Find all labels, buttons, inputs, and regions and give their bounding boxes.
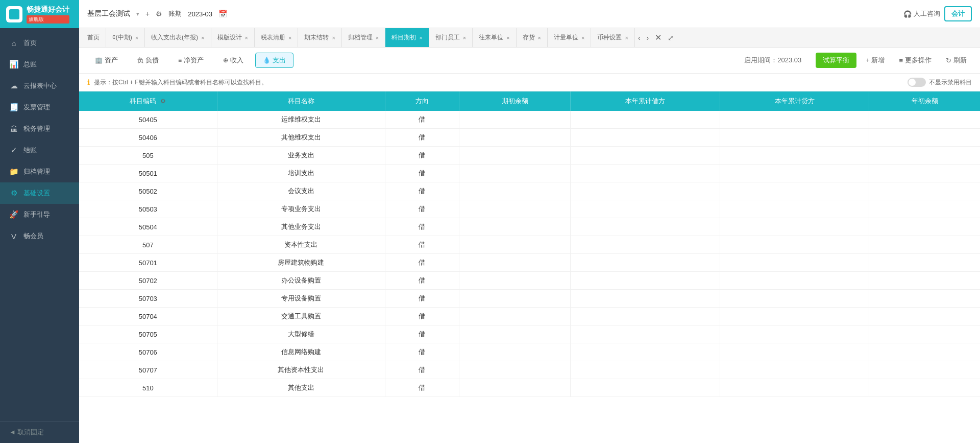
table-row: 505业务支出借	[79, 147, 980, 165]
add-btn[interactable]: + 新增	[861, 53, 890, 68]
period-display: 启用期间：2023.03	[744, 56, 801, 65]
cell-code: 507	[79, 236, 217, 254]
tab-label: 期末结转	[304, 33, 329, 42]
tab-nav-prev[interactable]: ‹	[635, 34, 644, 42]
tab-[interactable]: ¢(中期)×	[106, 28, 145, 48]
table-row: 50701房屋建筑物购建借	[79, 254, 980, 272]
sidebar-item-archive[interactable]: 📁归档管理	[0, 161, 79, 182]
filter-icon-资产: 🏢	[95, 57, 103, 64]
filter-tab-净资产[interactable]: ≡净资产	[170, 53, 211, 68]
tab-close-icon[interactable]: ×	[135, 35, 138, 41]
tab-close-icon[interactable]: ×	[463, 35, 466, 41]
cell-code: 50706	[79, 343, 217, 361]
ledger-icon: 📊	[9, 60, 18, 69]
cell-direction: 借	[385, 290, 459, 308]
cell-debit	[571, 165, 720, 182]
cell-code: 50406	[79, 129, 217, 147]
sidebar-item-tax[interactable]: 🏛税务管理	[0, 118, 79, 139]
tab-close-all-btn[interactable]: ✕	[652, 33, 665, 42]
tab-close-icon[interactable]: ×	[419, 35, 422, 41]
tab-close-icon[interactable]: ×	[245, 35, 248, 41]
disabled-toggle[interactable]	[908, 78, 926, 87]
service-btn[interactable]: 🎧 人工咨询	[903, 9, 940, 18]
cell-direction: 借	[385, 361, 459, 379]
cell-debit	[571, 182, 720, 200]
cell-balance	[459, 254, 571, 272]
sidebar-item-reports[interactable]: ☁云报表中心	[0, 75, 79, 97]
cell-code: 50701	[79, 254, 217, 272]
table-header-row: 科目编码 ⚙科目名称方向期初余额本年累计借方本年累计贷方年初余额	[79, 91, 980, 111]
settings-icon[interactable]: ⚙	[156, 10, 162, 18]
tab-[interactable]: 计量单位×	[548, 28, 591, 48]
tab-label: 模版设计	[217, 33, 242, 42]
tab-close-icon[interactable]: ×	[288, 35, 291, 41]
tab-bar: 首页¢(中期)×收入支出表(年报)×模版设计×税表清册×期末结转×归档管理×科目…	[79, 28, 980, 48]
tab-[interactable]: 税表清册×	[255, 28, 298, 48]
more-btn[interactable]: ≡ 更多操作	[894, 53, 937, 68]
cell-direction: 借	[385, 165, 459, 182]
tab-[interactable]: 部门员工×	[429, 28, 473, 48]
cell-year_balance	[869, 111, 980, 129]
tab-close-icon[interactable]: ×	[538, 35, 541, 41]
cell-direction: 借	[385, 182, 459, 200]
cell-credit	[720, 218, 869, 236]
sidebar-item-invoice[interactable]: 🧾发票管理	[0, 97, 79, 118]
filter-tab-收入[interactable]: ⊕收入	[215, 53, 251, 68]
cell-name: 其他资本性支出	[217, 361, 385, 379]
sidebar-item-settings[interactable]: ⚙基础设置	[0, 182, 79, 204]
filter-tab-资产[interactable]: 🏢资产	[87, 53, 126, 68]
tab-close-icon[interactable]: ×	[625, 35, 628, 41]
sidebar-item-guide[interactable]: 🚀新手引导	[0, 204, 79, 225]
cell-debit	[571, 111, 720, 129]
filter-label-收入: 收入	[230, 56, 243, 65]
tab-[interactable]: 往来单位×	[473, 28, 516, 48]
sidebar-item-member[interactable]: V畅会员	[0, 225, 79, 247]
cell-year_balance	[869, 308, 980, 325]
cell-year_balance	[869, 182, 980, 200]
tab-close-icon[interactable]: ×	[201, 35, 204, 41]
tab-[interactable]: 币种设置×	[591, 28, 634, 48]
sidebar-item-home[interactable]: ⌂首页	[0, 32, 79, 54]
more-label: 更多操作	[905, 56, 932, 65]
sidebar-item-ledger[interactable]: 📊总账	[0, 54, 79, 75]
tab-nav-next[interactable]: ›	[644, 34, 652, 42]
tab-[interactable]: 期末结转×	[298, 28, 341, 48]
tab-[interactable]: 归档管理×	[342, 28, 385, 48]
trial-balance-btn[interactable]: 试算平衡	[816, 53, 856, 68]
cell-credit	[720, 182, 869, 200]
tab-close-icon[interactable]: ×	[376, 35, 379, 41]
cell-year_balance	[869, 218, 980, 236]
cell-debit	[571, 254, 720, 272]
filter-label-净资产: 净资产	[184, 56, 204, 65]
cell-direction: 借	[385, 236, 459, 254]
tab-expand-btn[interactable]: ⤢	[665, 34, 677, 42]
cell-balance	[459, 129, 571, 147]
tab-[interactable]: 科目期初×	[385, 28, 429, 48]
tab-[interactable]: 模版设计×	[211, 28, 255, 48]
reports-icon: ☁	[9, 81, 18, 90]
gear-icon[interactable]: ⚙	[160, 98, 166, 105]
cell-credit	[720, 254, 869, 272]
tab-close-icon[interactable]: ×	[332, 35, 335, 41]
account-btn[interactable]: 会计	[944, 6, 972, 21]
filter-tab-负债[interactable]: 负负债	[130, 53, 166, 68]
cell-credit	[720, 308, 869, 325]
cell-direction: 借	[385, 343, 459, 361]
refresh-btn[interactable]: ↻ 刷新	[941, 53, 972, 68]
table-row: 50502会议支出借	[79, 182, 980, 200]
toggle-switch[interactable]: 不显示禁用科目	[908, 78, 972, 87]
chevron-down-icon[interactable]: ▾	[136, 11, 139, 17]
tab-[interactable]: 首页	[81, 28, 106, 48]
sidebar-item-checkout[interactable]: ✓结账	[0, 139, 79, 161]
calendar-icon[interactable]: 📅	[218, 10, 227, 18]
tab-[interactable]: 存货×	[517, 28, 548, 48]
sidebar-nav: ⌂首页📊总账☁云报表中心🧾发票管理🏛税务管理✓结账📁归档管理⚙基础设置🚀新手引导…	[0, 28, 79, 421]
tab-[interactable]: 收入支出表(年报)×	[145, 28, 211, 48]
tab-close-icon[interactable]: ×	[581, 35, 584, 41]
filter-tab-支出[interactable]: 💧支出	[255, 53, 293, 68]
cell-year_balance	[869, 236, 980, 254]
cell-balance	[459, 147, 571, 165]
sidebar-collapse-btn[interactable]: ◄ 取消固定	[0, 421, 79, 443]
add-tab-btn[interactable]: +	[145, 10, 150, 18]
tab-close-icon[interactable]: ×	[506, 35, 509, 41]
